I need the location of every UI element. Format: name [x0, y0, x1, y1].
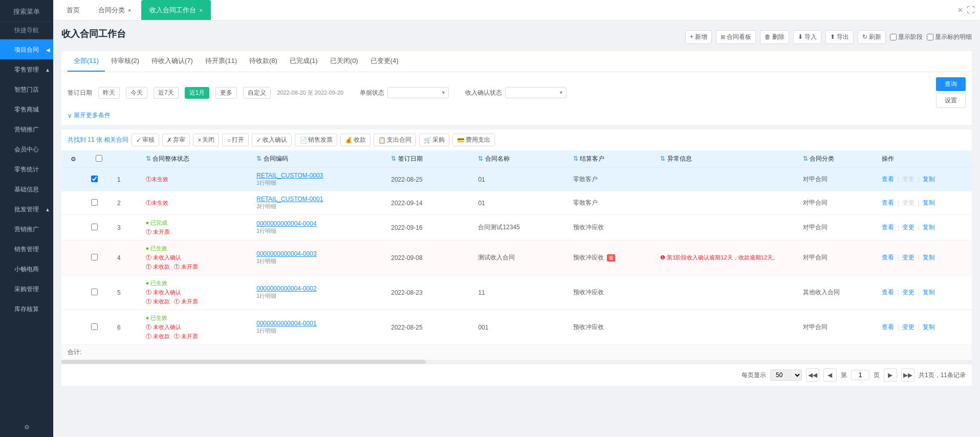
tab-close-icon[interactable]: ×: [199, 7, 202, 13]
row-checkbox[interactable]: [91, 224, 98, 230]
query-button[interactable]: 查询: [936, 77, 966, 91]
filter-tab-closed[interactable]: 已关闭(0): [324, 51, 364, 72]
sidebar-item-retail-mall[interactable]: 零售商城: [0, 99, 53, 119]
contract-code-link[interactable]: 0000000000004-0004: [256, 220, 316, 227]
contract-code-link[interactable]: 0000000000004-0002: [256, 285, 316, 292]
next-page-btn[interactable]: ▶: [884, 368, 897, 382]
edit-btn[interactable]: 变更: [902, 176, 914, 183]
collect-btn[interactable]: 💰 收款: [340, 134, 371, 146]
expenditure-contract-btn[interactable]: 📋 支出合同: [374, 134, 416, 146]
income-confirm-btn[interactable]: ✓ 收入确认: [252, 134, 292, 146]
view-btn[interactable]: 查看: [882, 176, 894, 183]
sidebar-item-xiaochang[interactable]: 小畅电商: [0, 259, 53, 279]
filter-tab-pending-review[interactable]: 待审核(2): [105, 51, 145, 72]
filter-settings-button[interactable]: 设置: [936, 93, 966, 108]
tab-close-icon[interactable]: ×: [128, 7, 131, 13]
edit-btn[interactable]: 变更: [902, 289, 914, 296]
copy-btn[interactable]: 复制: [923, 199, 935, 206]
sidebar-item-inventory[interactable]: 库存核算: [0, 299, 53, 319]
prev-page-btn[interactable]: ◀: [823, 368, 837, 382]
sidebar-item-wholesale[interactable]: 批发管理 ▲: [0, 199, 53, 219]
sidebar-nav[interactable]: 快捷导航: [0, 22, 53, 39]
contract-code-link[interactable]: RETAIL_CUSTOM-0001: [256, 195, 323, 203]
date-more-btn[interactable]: 更多: [215, 87, 237, 99]
copy-btn[interactable]: 复制: [923, 176, 935, 183]
edit-btn[interactable]: 变更: [902, 323, 914, 331]
row-checkbox[interactable]: [91, 323, 98, 330]
row-checkbox[interactable]: [91, 199, 98, 206]
income-confirm-select[interactable]: [505, 87, 567, 98]
sales-invoice-btn[interactable]: 📄 销售发票: [295, 134, 337, 146]
sidebar-item-marketing[interactable]: 营销推广: [0, 119, 53, 139]
filter-tab-changed[interactable]: 已变更(4): [364, 51, 405, 72]
doc-status-select[interactable]: [387, 87, 449, 98]
export-button[interactable]: ⬆ 导出: [825, 30, 854, 44]
tab-contract-type[interactable]: 合同分类 ×: [90, 0, 139, 20]
sidebar-item-smart-store[interactable]: 智慧门店: [0, 79, 53, 99]
sidebar-item-sales[interactable]: 销售管理: [0, 239, 53, 259]
review-btn[interactable]: ✓ 审核: [132, 134, 159, 146]
sidebar-item-project[interactable]: 项目合同 ◀: [0, 39, 53, 59]
sidebar-item-retail-stats[interactable]: 零售统计: [0, 159, 53, 179]
view-btn[interactable]: 查看: [882, 289, 894, 296]
filter-tab-pending-invoice[interactable]: 待开票(11): [199, 51, 243, 72]
delete-button[interactable]: 🗑 删除: [760, 30, 789, 44]
sidebar-item-retail-mgmt[interactable]: 零售管理 ▲: [0, 59, 53, 79]
date-yesterday-btn[interactable]: 昨天: [98, 87, 120, 99]
view-btn[interactable]: 查看: [882, 323, 894, 331]
row-checkbox[interactable]: [91, 176, 98, 182]
contract-code-link[interactable]: RETAIL_CUSTOM-0003: [256, 172, 323, 179]
copy-btn[interactable]: 复制: [923, 289, 935, 296]
col-gear[interactable]: ⚙: [61, 150, 86, 168]
contract-code-link[interactable]: 0000000000004-0001: [256, 320, 316, 327]
view-btn[interactable]: 查看: [882, 199, 894, 206]
view-btn[interactable]: 查看: [882, 224, 894, 231]
row-checkbox[interactable]: [91, 289, 98, 295]
sidebar-settings[interactable]: ⚙: [0, 418, 53, 437]
last-page-btn[interactable]: ▶▶: [901, 368, 914, 382]
per-page-select[interactable]: 50: [770, 369, 802, 381]
abandon-btn[interactable]: ✗ 弃审: [162, 134, 190, 146]
sidebar-item-member[interactable]: 会员中心: [0, 139, 53, 159]
contract-code-link[interactable]: 0000000000004-0003: [256, 250, 316, 257]
page-number-input[interactable]: [851, 370, 869, 380]
tab-income-workbench[interactable]: 收入合同工作台 ×: [141, 0, 210, 20]
window-close-icon[interactable]: ×: [958, 6, 963, 15]
filter-tab-pending-income[interactable]: 待收入确认(7): [145, 51, 199, 72]
date-custom-btn[interactable]: 自定义: [243, 87, 271, 99]
show-stage-checkbox[interactable]: [890, 34, 897, 40]
show-mark-checkbox[interactable]: [927, 34, 933, 40]
date-last7days-btn[interactable]: 近7天: [154, 87, 179, 99]
open-contract-btn[interactable]: ○ 打开: [222, 134, 248, 146]
sidebar-item-purchase[interactable]: 采购管理: [0, 279, 53, 299]
sidebar-item-marketing2[interactable]: 营销推广: [0, 219, 53, 239]
horizontal-scrollbar[interactable]: [61, 360, 972, 364]
sidebar-search[interactable]: 搜索菜单: [0, 0, 53, 22]
purchase-btn[interactable]: 🛒 采购: [419, 134, 449, 146]
edit-btn[interactable]: 变更: [902, 199, 914, 206]
row-checkbox[interactable]: [91, 254, 98, 260]
view-btn[interactable]: 查看: [882, 254, 894, 261]
date-today-btn[interactable]: 今天: [126, 87, 147, 99]
copy-btn[interactable]: 复制: [923, 323, 935, 331]
kanban-button[interactable]: ⊞ 合同看板: [716, 30, 756, 44]
first-page-btn[interactable]: ◀◀: [806, 368, 819, 382]
col-checkbox[interactable]: [86, 150, 112, 168]
import-button[interactable]: ⬇ 导入: [793, 30, 821, 44]
filter-tab-all[interactable]: 全部(11): [68, 51, 105, 72]
add-button[interactable]: + 新增: [685, 30, 712, 44]
scrollbar-thumb[interactable]: [61, 360, 426, 364]
filter-tab-completed[interactable]: 已完成(1): [284, 51, 324, 72]
expand-filter-btn[interactable]: ∨ 展开更多条件: [68, 111, 966, 120]
copy-btn[interactable]: 复制: [923, 254, 935, 261]
expense-btn[interactable]: 💳 费用支出: [452, 134, 495, 146]
edit-btn[interactable]: 变更: [902, 224, 914, 231]
copy-btn[interactable]: 复制: [923, 224, 935, 231]
edit-btn[interactable]: 变更: [902, 254, 914, 261]
refresh-button[interactable]: ↻ 刷新: [858, 30, 886, 44]
tab-home[interactable]: 首页: [58, 0, 88, 20]
date-last1month-btn[interactable]: 近1月: [185, 87, 210, 99]
filter-tab-pending-payment[interactable]: 待收款(8): [243, 51, 284, 72]
close-contract-btn[interactable]: × 关闭: [193, 134, 219, 146]
sidebar-item-basic-info[interactable]: 基础信息: [0, 179, 53, 199]
